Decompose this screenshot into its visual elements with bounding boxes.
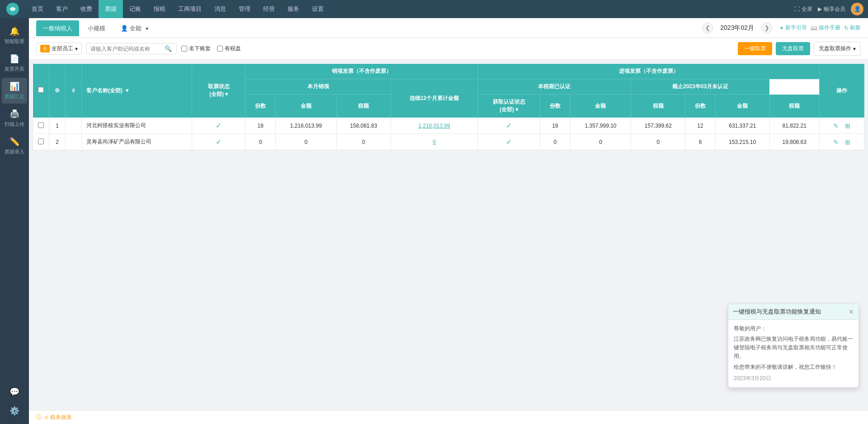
app-logo bbox=[5, 1, 21, 17]
refresh-btn[interactable]: ↻ 刷新 bbox=[844, 24, 861, 32]
sidebar-item-scan[interactable]: 🖨️ 扫描上传 bbox=[2, 105, 27, 131]
row2-actions: ✎ ⊞ bbox=[819, 134, 864, 150]
employee-label: 全部员工 bbox=[52, 45, 73, 52]
row1-num: 1 bbox=[49, 118, 66, 134]
employee-select[interactable]: 全 全部员工 ▾ bbox=[36, 43, 82, 55]
refresh-icon: ↻ bbox=[844, 25, 849, 31]
search-icon[interactable]: 🔍 bbox=[165, 45, 172, 52]
nav-items: 首页 客户 收费 票据 记账 报税 工商项目 消息 管理 经营 服务 设置 bbox=[25, 0, 794, 18]
th-num: # bbox=[66, 64, 82, 118]
toolbar: 全 全部员工 ▾ 🔍 名下账套 有税盘 一键取票 无盘取票 bbox=[29, 38, 868, 60]
no-disk-fetch-btn[interactable]: 无盘取票 bbox=[776, 42, 810, 55]
nav-bookkeeping[interactable]: 记账 bbox=[123, 0, 147, 18]
row1-pur-rec-status: ✓ bbox=[478, 118, 540, 134]
nav-business[interactable]: 工商项目 bbox=[172, 0, 208, 18]
prev-month-btn[interactable]: ❮ bbox=[702, 23, 713, 33]
new-guide-btn[interactable]: ✦ 新手引导 bbox=[779, 24, 807, 32]
document-icon: 📄 bbox=[9, 54, 19, 64]
row2-pur-unrec-tax: 19,808.63 bbox=[769, 134, 819, 150]
sidebar-bottom: 💬 ⚙️ bbox=[2, 383, 27, 424]
popup-close-btn[interactable]: ✕ bbox=[849, 308, 854, 315]
sidebar-item-smart-fetch[interactable]: 🔔 智能取票 bbox=[2, 23, 27, 48]
nav-settings[interactable]: 设置 bbox=[306, 0, 330, 18]
checkbox-my-account[interactable]: 名下账套 bbox=[181, 45, 211, 52]
row2-sales-continuous[interactable]: 0 bbox=[391, 134, 478, 150]
tax-disk-checkbox[interactable] bbox=[217, 46, 223, 52]
th-pur-unrec-tax: 税额 bbox=[769, 95, 819, 118]
popup-content: 江苏政务网已恢复访问电子税务局功能，易代账一键登陆电子税务局与无盘取票相关功能可… bbox=[734, 335, 853, 361]
th-pur-unrec-amount: 金额 bbox=[715, 95, 769, 118]
th-cancel-status[interactable]: 取票状态(全部) ▾ bbox=[192, 64, 245, 118]
row2-pur-unrec-amount: 153,215.10 bbox=[715, 134, 769, 150]
sidebar-item-config[interactable]: ⚙️ bbox=[2, 402, 27, 419]
nav-tax[interactable]: 报税 bbox=[147, 0, 172, 18]
search-input[interactable] bbox=[90, 46, 163, 52]
user-tab-icon: 👤 bbox=[121, 25, 130, 32]
th-pur-recognized: 本税期已认证 bbox=[478, 79, 631, 95]
nav-operation[interactable]: 经营 bbox=[257, 0, 281, 18]
row2-edit-icon[interactable]: ✎ bbox=[833, 138, 839, 146]
manual-btn[interactable]: 📖 操作手册 bbox=[811, 24, 840, 32]
next-month-btn[interactable]: ❯ bbox=[761, 23, 772, 33]
member-btn[interactable]: ▶ 畅享会员 bbox=[818, 5, 845, 13]
nav-customer[interactable]: 客户 bbox=[50, 0, 74, 18]
tab-all[interactable]: 👤 全能 ▼ bbox=[114, 20, 156, 36]
no-disk-ops-btn[interactable]: 无盘取票操作 ▾ bbox=[814, 42, 861, 56]
bell-icon: 🔔 bbox=[9, 26, 19, 36]
one-click-fetch-btn[interactable]: 一键取票 bbox=[738, 42, 772, 55]
th-sales-continuous: 连续12个月累计金额 bbox=[391, 79, 478, 118]
th-operation: 操作 bbox=[819, 64, 864, 118]
popup-title: 一键报税与无盘取票功能恢复通知 bbox=[733, 308, 821, 316]
row1-actions: ✎ ⊞ bbox=[819, 118, 864, 134]
top-nav: 首页 客户 收费 票据 记账 报税 工商项目 消息 管理 经营 服务 设置 ⛶ … bbox=[0, 0, 868, 18]
filter-icon: ▾ bbox=[126, 87, 128, 94]
bottom-bar: ⓘ ⊙ 税务政策 bbox=[29, 410, 868, 424]
checkbox-tax-disk[interactable]: 有税盘 bbox=[217, 45, 241, 52]
row2-check[interactable] bbox=[33, 134, 49, 150]
nav-invoice[interactable]: 票据 bbox=[99, 0, 123, 18]
row1-check[interactable] bbox=[33, 118, 49, 134]
tax-policy-link[interactable]: ⊙ 税务政策 bbox=[44, 414, 72, 421]
sidebar-item-summary[interactable]: 📊 票据汇总 bbox=[2, 78, 27, 104]
row1-pur-unrec-amount: 631,337.21 bbox=[715, 118, 769, 134]
chart-icon: 📊 bbox=[9, 81, 19, 91]
row1-pur-unrec-count: 12 bbox=[685, 118, 716, 134]
sidebar-item-help[interactable]: 💬 bbox=[2, 383, 27, 400]
month-navigation: ❮ 2023年02月 ❯ bbox=[702, 23, 772, 33]
select-all-checkbox[interactable] bbox=[38, 87, 44, 93]
nav-service[interactable]: 服务 bbox=[281, 0, 306, 18]
row2-sales-amount: 0 bbox=[276, 134, 337, 150]
row2-detail-icon[interactable]: ⊞ bbox=[845, 138, 850, 146]
row2-customer: 灵寿县尚泽矿产品有限公司 bbox=[82, 134, 192, 150]
user-avatar[interactable]: 👤 bbox=[851, 3, 863, 15]
fullscreen-btn[interactable]: ⛶ 全屏 bbox=[794, 5, 812, 13]
nav-home[interactable]: 首页 bbox=[25, 0, 50, 18]
settings-icon[interactable]: ⚙ bbox=[55, 87, 60, 94]
th-pur-unrecognized: 截止2023年03月未认证 bbox=[631, 79, 769, 95]
tab-small-scale[interactable]: 小规模 bbox=[81, 20, 112, 36]
popup-date: 2023年3月20日 bbox=[734, 374, 853, 383]
th-check bbox=[33, 64, 49, 118]
play-icon: ▶ bbox=[818, 6, 822, 12]
row1-edit-icon[interactable]: ✎ bbox=[833, 122, 839, 129]
th-sales-tax: 税额 bbox=[336, 95, 391, 118]
sidebar-item-entry[interactable]: ✏️ 票据录入 bbox=[2, 133, 27, 159]
nav-manage[interactable]: 管理 bbox=[232, 0, 257, 18]
tab-general-taxpayer[interactable]: 一般纳税人 bbox=[36, 20, 79, 36]
nav-message[interactable]: 消息 bbox=[208, 0, 232, 18]
nav-fee[interactable]: 收费 bbox=[74, 0, 99, 18]
row1-sales-count: 18 bbox=[245, 118, 276, 134]
row1-sales-continuous[interactable]: 1,216,013.99 bbox=[391, 118, 478, 134]
my-account-checkbox[interactable] bbox=[181, 46, 187, 52]
row1-detail-icon[interactable]: ⊞ bbox=[845, 122, 850, 129]
th-sales-group: 销项发票（不含作废票） bbox=[245, 64, 478, 79]
row1-pur-rec-count: 19 bbox=[540, 118, 571, 134]
edit-icon: ✏️ bbox=[9, 137, 19, 147]
dropdown-icon: ▾ bbox=[75, 46, 78, 52]
popup-notification: 一键报税与无盘取票功能恢复通知 ✕ 尊敬的用户： 江苏政务网已恢复访问电子税务局… bbox=[728, 304, 859, 388]
th-pur-rec-status[interactable]: 获取认证状态(全部) ▾ bbox=[478, 95, 540, 118]
table-row: 1 河北柯搭桉实业有限公司 ✓ 18 1,216,013.99 158,081.… bbox=[33, 118, 864, 134]
filter-checkboxes: 名下账套 有税盘 bbox=[181, 45, 241, 52]
th-customer[interactable]: 客户名称(全部) ▾ bbox=[82, 64, 192, 118]
sidebar-item-open-invoice[interactable]: 📄 发票开具 bbox=[2, 50, 27, 76]
